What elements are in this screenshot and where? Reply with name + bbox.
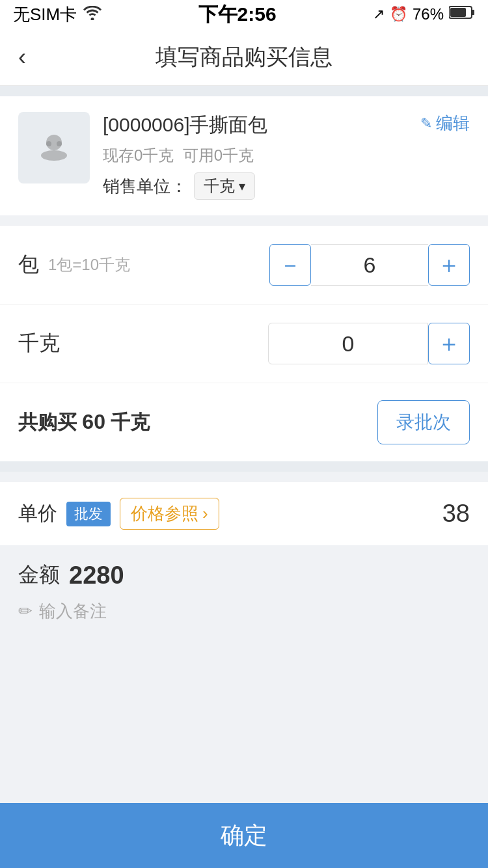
status-bar: 无SIM卡 下午2:56 ↗ ⏰ 76%: [0, 0, 488, 29]
svg-point-5: [57, 141, 62, 146]
status-carrier: 无SIM卡: [13, 3, 102, 26]
battery-text: 76%: [413, 5, 444, 23]
batch-button[interactable]: 录批次: [377, 400, 470, 444]
location-icon: ↗: [373, 6, 385, 23]
nav-bar: ‹ 填写商品购买信息: [0, 29, 488, 86]
wifi-icon: [83, 5, 102, 25]
status-indicators: ↗ ⏰ 76%: [373, 5, 475, 23]
product-name: [0000006]手撕面包: [103, 112, 470, 139]
svg-rect-1: [472, 10, 474, 15]
amount-label: 金额: [18, 561, 60, 590]
pack-label: 包: [18, 251, 39, 279]
pack-minus-button[interactable]: －: [269, 244, 311, 286]
edit-button[interactable]: ✎ 编辑: [420, 112, 470, 135]
alarm-icon: ⏰: [390, 6, 407, 23]
pack-row: 包 1包=10千克 － ＋: [0, 226, 488, 305]
product-card: [0000006]手撕面包 现存0千克 可用0千克 销售单位： 千克 ▾ ✎ 编…: [0, 96, 488, 215]
remark-row[interactable]: ✏ 输入备注: [18, 600, 470, 623]
pack-input[interactable]: [311, 244, 428, 286]
price-row: 单价 批发 价格参照 › 38: [18, 498, 470, 530]
pack-controls: － ＋: [269, 244, 470, 286]
product-thumbnail: [18, 112, 90, 183]
svg-point-6: [41, 150, 67, 161]
amount-value: 2280: [69, 562, 124, 590]
chevron-right-icon: ›: [202, 504, 208, 524]
price-badge: 批发: [66, 502, 111, 526]
pencil-icon: ✏: [18, 601, 33, 621]
confirm-button[interactable]: 确定: [0, 803, 488, 868]
divider-mid: [0, 461, 488, 472]
price-ref-button[interactable]: 价格参照 ›: [120, 498, 219, 530]
edit-icon: ✎: [420, 115, 432, 132]
battery-icon: [449, 5, 475, 23]
svg-rect-2: [450, 8, 466, 17]
kg-input[interactable]: [268, 323, 428, 364]
unit-badge[interactable]: 千克 ▾: [194, 172, 255, 200]
divider-top: [0, 86, 488, 96]
summary-row: 共购买 60 千克 录批次: [0, 383, 488, 461]
summary-text: 共购买 60 千克: [18, 409, 377, 436]
amount-section: 金额 2280 ✏ 输入备注: [0, 545, 488, 629]
price-section: 单价 批发 价格参照 › 38: [0, 482, 488, 545]
price-value: 38: [442, 500, 470, 528]
back-button[interactable]: ‹: [18, 44, 26, 71]
carrier-text: 无SIM卡: [13, 3, 77, 26]
kg-label: 千克: [18, 329, 60, 358]
remark-placeholder: 输入备注: [39, 600, 107, 623]
kg-controls: ＋: [268, 323, 470, 364]
product-stock: 现存0千克 可用0千克: [103, 145, 470, 166]
spacer: [0, 629, 488, 803]
amount-row: 金额 2280: [18, 561, 470, 590]
product-unit: 销售单位： 千克 ▾: [103, 172, 470, 200]
svg-point-4: [46, 141, 51, 146]
pack-plus-button[interactable]: ＋: [428, 244, 470, 286]
kg-plus-button[interactable]: ＋: [428, 323, 470, 364]
page-title: 填写商品购买信息: [156, 42, 332, 72]
status-time: 下午2:56: [198, 1, 277, 28]
price-label: 单价: [18, 500, 57, 527]
quantity-section: 包 1包=10千克 － ＋ 千克 ＋ 共购买 60 千克 录批次: [0, 226, 488, 461]
pack-hint: 1包=10千克: [48, 254, 269, 275]
product-info: [0000006]手撕面包 现存0千克 可用0千克 销售单位： 千克 ▾: [103, 112, 470, 200]
kg-row: 千克 ＋: [0, 305, 488, 383]
chevron-down-icon: ▾: [239, 178, 245, 194]
